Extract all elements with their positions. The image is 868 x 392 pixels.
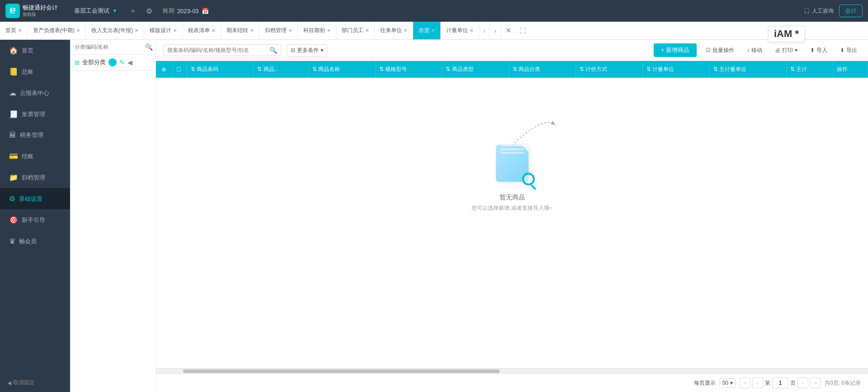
category-collapse-icon[interactable]: ◀ (127, 59, 132, 66)
tab-archive[interactable]: 归档管理 ✕ (259, 22, 298, 39)
sidebar-item-reports[interactable]: ☁ 云报表中心 (0, 82, 70, 104)
col-main-count[interactable]: ⇅ 主计 (787, 61, 833, 78)
cancel-pin-button[interactable]: ◀ 取消固定 (0, 373, 70, 392)
first-page-button[interactable]: « (740, 378, 750, 388)
tab-balance-sheet-close-icon[interactable]: ✕ (76, 28, 80, 33)
filter-icon: ⊟ (291, 47, 295, 53)
tab-income-close-icon[interactable]: ✕ (135, 28, 138, 33)
tab-prev-button[interactable]: ‹ (479, 22, 490, 39)
col-spec[interactable]: ⇅ 规格型号 (375, 61, 442, 78)
tab-inventory[interactable]: 存货 ✕ (413, 22, 441, 39)
tab-unit-close-icon[interactable]: ✕ (470, 28, 473, 33)
tab-close-all-button[interactable]: ✕ (501, 22, 515, 39)
period-value: 2023-03 (177, 8, 199, 14)
sidebar-item-tax[interactable]: 🏛 税务管理 (0, 125, 70, 146)
product-search-icon[interactable]: 🔍 (269, 47, 277, 54)
tab-tax[interactable]: 税表清单 ✕ (183, 22, 221, 39)
prev-page-button[interactable]: ‹ (752, 378, 763, 388)
tax-icon: 🏛 (9, 131, 16, 139)
category-search-input[interactable] (75, 44, 142, 50)
sidebar-item-basic-settings[interactable]: ⚙ 基础设置 (0, 188, 70, 209)
pin-icon: ◀ (7, 380, 11, 386)
print-button[interactable]: 🖨 打印 ▾ (771, 45, 801, 56)
tab-archive-close-icon[interactable]: ✕ (288, 28, 292, 33)
page-size-select[interactable]: 50 ▾ (719, 378, 736, 387)
tab-subject-close-icon[interactable]: ✕ (327, 28, 330, 33)
tab-subject-label: 科目期初 (303, 27, 325, 34)
tab-template-close-icon[interactable]: ✕ (173, 28, 177, 33)
import-button[interactable]: ⬆ 导入 (807, 45, 831, 56)
tab-template[interactable]: 模版设计 ✕ (144, 22, 183, 39)
tab-next-button[interactable]: › (490, 22, 501, 39)
account-button[interactable]: 会计 (839, 5, 863, 17)
add-product-button[interactable]: + 新增商品 (654, 43, 697, 57)
tab-tax-close-icon[interactable]: ✕ (212, 28, 215, 33)
col-category[interactable]: ⇅ 商品分类 (509, 61, 576, 78)
settings-nav-icon: ⚙ (9, 194, 15, 203)
tab-period-transfer-close-icon[interactable]: ✕ (250, 28, 254, 33)
sidebar-item-closing[interactable]: 💳 结账 (0, 146, 70, 167)
scroll-thumb[interactable] (183, 369, 500, 373)
category-header: ⊞ 全部分类 ✎ ◀ (70, 55, 156, 71)
closing-icon: 💳 (9, 152, 18, 161)
tab-balance-sheet[interactable]: 资产负债表(中期) ✕ (28, 22, 86, 39)
header-actions: ＋ ⚙ (127, 5, 156, 17)
calendar-icon[interactable]: 📅 (202, 8, 209, 14)
add-button[interactable]: ＋ (127, 5, 139, 17)
last-page-button[interactable]: » (810, 378, 821, 388)
company-selector[interactable]: 基层工会测试 ▼ (74, 7, 118, 15)
col-checkbox[interactable]: ☐ (172, 61, 187, 78)
tab-bar: 首页 ✕ 资产负债表(中期) ✕ 收入支出表(年报) ✕ 模版设计 ✕ 税表清单… (0, 22, 868, 40)
tab-dept-close-icon[interactable]: ✕ (365, 28, 369, 33)
tab-dept-label: 部门员工 (342, 27, 363, 34)
col-settings[interactable]: ⚙ (156, 61, 172, 78)
category-edit-icon[interactable]: ✎ (119, 59, 125, 66)
tab-home-close-icon[interactable]: ✕ (18, 28, 22, 33)
filter-button[interactable]: ⊟ 更多条件 ▾ (287, 44, 327, 57)
period-info: 账期 2023-03 📅 (163, 7, 209, 15)
sidebar-item-guide[interactable]: 🎯 新手引导 (0, 209, 70, 231)
col-name[interactable]: ⇅ 商品名称 (308, 61, 375, 78)
tab-unit[interactable]: 计量单位 ✕ (441, 22, 479, 39)
sidebar-item-invoice-label: 发票管理 (22, 110, 45, 118)
tab-home[interactable]: 首页 ✕ (0, 22, 28, 39)
tab-dept[interactable]: 部门员工 ✕ (336, 22, 375, 39)
tab-subject[interactable]: 科目期初 ✕ (298, 22, 336, 39)
next-page-button[interactable]: › (797, 378, 808, 388)
tab-income[interactable]: 收入支出表(年报) ✕ (86, 22, 144, 39)
tab-balance-sheet-label: 资产负债表(中期) (33, 27, 75, 34)
tab-archive-label: 归档管理 (265, 27, 287, 34)
product-search-input[interactable] (167, 47, 267, 53)
batch-icon: ☑ (706, 47, 711, 53)
col-code[interactable]: ⇅ 商品... (254, 61, 308, 78)
tab-partners-close-icon[interactable]: ✕ (404, 28, 407, 33)
tab-inventory-close-icon[interactable]: ✕ (431, 28, 435, 33)
sidebar-item-archive[interactable]: 📁 归档管理 (0, 167, 70, 188)
page-input[interactable] (772, 378, 788, 388)
page-suffix: 页 (790, 379, 796, 387)
sidebar-item-invoice[interactable]: 🧾 发票管理 (0, 104, 70, 125)
tab-expand-button[interactable]: ⛶ (515, 22, 530, 39)
tab-partners[interactable]: 往来单位 ✕ (375, 22, 413, 39)
category-search-icon[interactable]: 🔍 (145, 43, 153, 51)
move-button[interactable]: ↕ 移动 (743, 45, 766, 56)
sidebar-item-member[interactable]: ♛ 畅会员 (0, 231, 70, 252)
col-type[interactable]: ⇅ 商品类型 (442, 61, 509, 78)
ledger-icon: 📒 (9, 67, 18, 76)
settings-button[interactable]: ⚙ (143, 5, 156, 17)
col-main-unit[interactable]: ⇅ 主计量单位 (709, 61, 786, 78)
move-label: 移动 (751, 47, 762, 54)
col-pricing[interactable]: ⇅ 计价方式 (576, 61, 642, 78)
export-button[interactable]: ⬇ 导出 (836, 45, 861, 56)
page-size-label: 每页显示 (694, 379, 716, 387)
col-unit[interactable]: ⇅ 计量单位 (642, 61, 709, 78)
sidebar-item-home[interactable]: 🏠 首页 (0, 40, 70, 61)
horizontal-scrollbar[interactable] (156, 368, 868, 373)
svg-marker-0 (551, 121, 555, 125)
batch-button[interactable]: ☑ 批量操作 (702, 45, 738, 56)
sidebar-item-ledger[interactable]: 📒 总账 (0, 61, 70, 82)
col-barcode[interactable]: ⇅ 商品条码 (187, 61, 254, 78)
import-label: 导入 (816, 47, 827, 54)
tab-period-transfer[interactable]: 期末结转 ✕ (221, 22, 259, 39)
support-button[interactable]: 🎧 人工咨询 (803, 7, 834, 15)
